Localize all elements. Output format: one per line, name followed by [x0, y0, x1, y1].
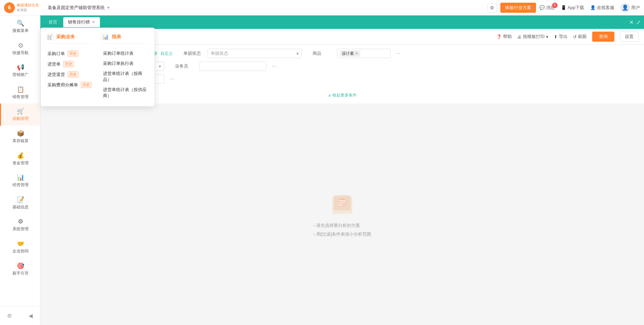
menu-item-receipt-stat-goods[interactable]: 进货单统计表（按商品） — [102, 69, 149, 85]
menu-item-purchase-order-stat-label: 采购订单统计表 — [103, 50, 134, 56]
menu-item-purchase-order-exec[interactable]: 采购订单执行表 — [102, 58, 149, 69]
menu-item-purchase-expense-label: 采购费用分摊单 — [47, 82, 78, 88]
history-badge-2: 历史 — [63, 61, 74, 67]
menu-item-receipt-stat-goods-label: 进货单统计表（按商品） — [103, 71, 148, 83]
report-col-icon: 📊 — [102, 33, 109, 41]
purchase-col-icon: 🛒 — [46, 33, 53, 41]
history-badge-3: 历史 — [68, 71, 78, 78]
menu-item-purchase-receipt-label: 进货单 — [47, 61, 61, 67]
purchase-column-title: 🛒 采购业务 — [46, 33, 94, 44]
menu-item-purchase-receipt[interactable]: 进货单 历史 — [46, 59, 94, 69]
menu-item-purchase-order[interactable]: 采购订单 历史 — [46, 48, 94, 59]
purchase-column-title-text: 采购业务 — [56, 34, 75, 40]
report-column-title-text: 报表 — [112, 34, 121, 40]
history-badge-4: 历史 — [81, 82, 92, 88]
menu-item-receipt-stat-supplier-label: 进货单统计表（按供应商） — [103, 87, 148, 99]
dropdown-menu: 🛒 采购业务 采购订单 历史 进货单 历史 进货退货 历史 采购费用分摊单 历史… — [40, 28, 155, 107]
report-column-title: 📊 报表 — [102, 33, 149, 44]
report-column: 📊 报表 采购订单统计表 采购订单执行表 进货单统计表（按商品） 进货单统计表（… — [102, 33, 149, 101]
menu-item-purchase-return-label: 进货退货 — [47, 72, 65, 78]
menu-item-purchase-order-label: 采购订单 — [47, 51, 65, 57]
menu-item-purchase-order-stat[interactable]: 采购订单统计表 — [102, 48, 149, 58]
menu-item-receipt-stat-supplier[interactable]: 进货单统计表（按供应商） — [102, 85, 149, 101]
menu-item-purchase-return[interactable]: 进货退货 历史 — [46, 69, 94, 80]
purchase-column: 🛒 采购业务 采购订单 历史 进货单 历史 进货退货 历史 采购费用分摊单 历史 — [46, 33, 94, 101]
menu-item-purchase-expense[interactable]: 采购费用分摊单 历史 — [46, 80, 94, 90]
history-badge-1: 历史 — [68, 50, 78, 57]
menu-item-purchase-order-exec-label: 采购订单执行表 — [103, 60, 134, 67]
